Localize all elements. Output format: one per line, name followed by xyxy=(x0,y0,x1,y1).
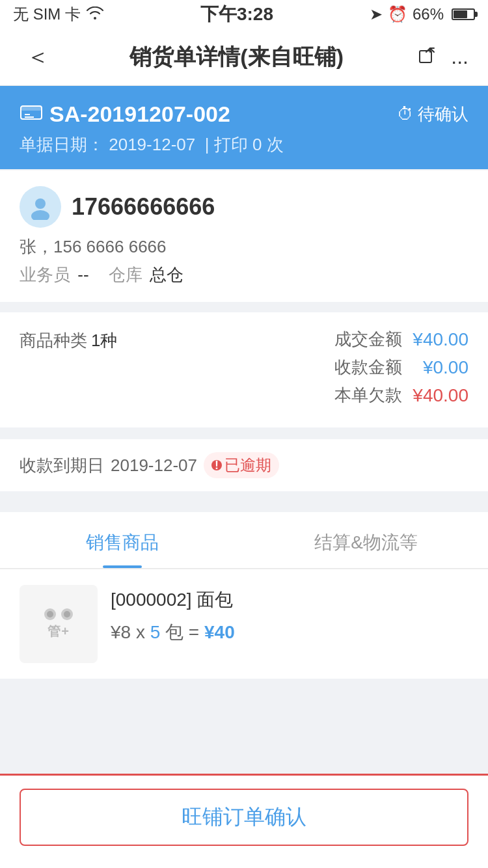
print-info: | 打印 0 次 xyxy=(200,135,283,154)
sales-label: 业务员 xyxy=(20,265,70,284)
equals-sign: = xyxy=(189,622,204,642)
deal-amount-label: 成交金额 xyxy=(334,328,402,351)
svg-point-5 xyxy=(35,198,46,209)
tab-settlement[interactable]: 结算&物流等 xyxy=(244,512,488,568)
customer-name: 张，156 6666 6666 xyxy=(20,236,468,258)
owed-label: 本单欠款 xyxy=(334,384,402,407)
product-image: 管+ xyxy=(20,585,98,663)
divider-1 xyxy=(0,302,488,312)
status-time: 下午3:28 xyxy=(200,2,273,27)
product-name-text: 面包 xyxy=(197,590,233,610)
product-type-value: 1种 xyxy=(91,329,117,352)
product-code: [0000002] xyxy=(111,590,192,610)
tab-sales-products[interactable]: 销售商品 xyxy=(0,512,244,568)
page-title: 销货单详情(来自旺铺) xyxy=(129,42,344,72)
carrier-text: 无 SIM 卡 xyxy=(13,4,81,25)
overdue-badge: ! 已逾期 xyxy=(204,452,279,478)
payment-amount: ¥0.00 xyxy=(423,357,468,378)
product-unit-price: ¥8 xyxy=(111,622,131,642)
battery-percent: 66% xyxy=(413,5,444,23)
due-date-card: 收款到期日 2019-12-07 ! 已逾期 xyxy=(0,439,488,491)
battery-icon xyxy=(452,8,475,20)
alarm-icon: ⏰ xyxy=(388,5,407,23)
owed-amount: ¥40.00 xyxy=(413,385,468,406)
avatar xyxy=(20,186,61,228)
date-label: 单据日期： xyxy=(20,135,104,154)
due-date-label: 收款到期日 xyxy=(20,454,104,477)
status-left: 无 SIM 卡 xyxy=(13,4,104,25)
due-date-value: 2019-12-07 xyxy=(111,455,197,476)
status-bar: 无 SIM 卡 下午3:28 ➤ ⏰ 66% xyxy=(0,0,488,29)
product-price-row: ¥8 x 5 包 = ¥40 xyxy=(111,620,468,645)
back-button[interactable]: ＜ xyxy=(20,34,56,79)
product-name: [0000002] 面包 xyxy=(111,588,468,612)
nav-bar: ＜ 销货单详情(来自旺铺) ... xyxy=(0,29,488,86)
owl-left-eye xyxy=(44,608,56,620)
owl-right-eye xyxy=(61,608,73,620)
deal-amount: ¥40.00 xyxy=(413,329,468,350)
nav-actions: ... xyxy=(417,44,468,70)
product-unit: 包 xyxy=(165,622,183,642)
order-status-text: 待确认 xyxy=(418,103,468,126)
svg-point-6 xyxy=(31,210,49,220)
order-icon xyxy=(20,102,43,127)
product-type-label: 商品种类 xyxy=(20,329,87,352)
svg-rect-2 xyxy=(21,106,42,111)
order-date-row: 单据日期： 2019-12-07 | 打印 0 次 xyxy=(20,133,468,156)
wifi-icon xyxy=(86,5,104,23)
customer-phone: 17666666666 xyxy=(72,193,215,221)
owl-logo-text: 管+ xyxy=(47,623,70,640)
product-info: [0000002] 面包 ¥8 x 5 包 = ¥40 xyxy=(111,585,468,645)
summary-card: 商品种类 1种 成交金额 ¥40.00 收款金额 ¥0.00 本单欠款 ¥40.… xyxy=(0,312,488,427)
overdue-icon: ! xyxy=(211,460,222,470)
warehouse-value: 总仓 xyxy=(150,265,183,284)
order-date: 2019-12-07 xyxy=(109,135,195,154)
warehouse-label: 仓库 xyxy=(109,265,142,284)
customer-card: 17666666666 张，156 6666 6666 业务员 -- 仓库 总仓 xyxy=(0,170,488,302)
share-icon[interactable] xyxy=(417,44,438,70)
summary-right: 成交金额 ¥40.00 收款金额 ¥0.00 本单欠款 ¥40.00 xyxy=(334,328,468,412)
product-qty: 5 xyxy=(150,622,161,642)
customer-meta: 业务员 -- 仓库 总仓 xyxy=(20,264,468,286)
order-status: ⏱ 待确认 xyxy=(397,103,468,126)
summary-left: 商品种类 1种 xyxy=(20,328,117,352)
tabs-container: 销售商品 结算&物流等 xyxy=(0,512,488,569)
order-number-text: SA-20191207-002 xyxy=(49,102,230,127)
overdue-text: 已逾期 xyxy=(224,455,271,476)
more-icon[interactable]: ... xyxy=(451,45,468,69)
location-icon: ➤ xyxy=(370,5,383,23)
payment-label: 收款金额 xyxy=(334,356,402,379)
divider-3 xyxy=(0,491,488,502)
sales-value: -- xyxy=(77,265,88,284)
product-card: 管+ [0000002] 面包 ¥8 x 5 包 = ¥40 xyxy=(0,569,488,679)
product-total: ¥40 xyxy=(204,622,235,642)
clock-icon: ⏱ xyxy=(397,104,414,124)
status-right: ➤ ⏰ 66% xyxy=(370,5,475,23)
confirm-order-button[interactable]: 旺铺订单确认 xyxy=(20,789,468,846)
order-number-row: SA-20191207-002 xyxy=(20,102,230,127)
bottom-btn-container: 旺铺订单确认 xyxy=(0,774,488,868)
divider-2 xyxy=(0,427,488,438)
multiply-sign: x xyxy=(136,622,150,642)
order-header: SA-20191207-002 ⏱ 待确认 单据日期： 2019-12-07 |… xyxy=(0,86,488,169)
